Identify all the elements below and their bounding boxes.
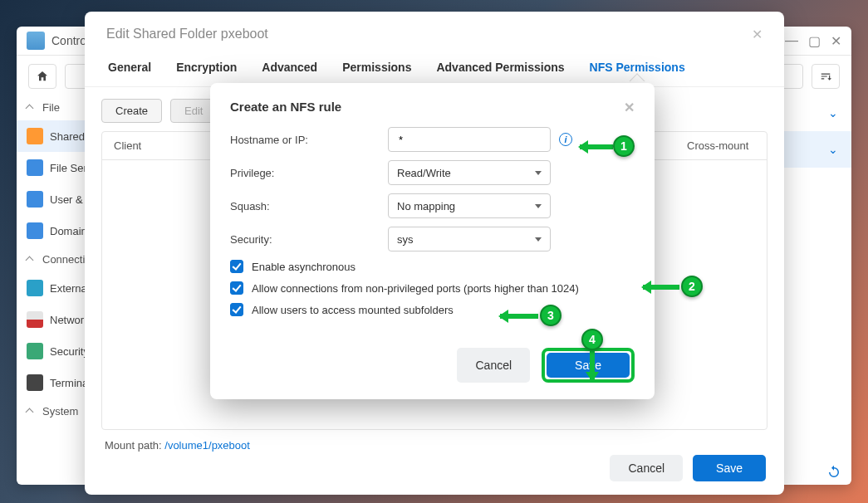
- tab-bar: General Encryption Advanced Permissions …: [85, 49, 784, 86]
- link-icon: [27, 280, 43, 296]
- subfolders-label: Allow users to access mounted subfolders: [252, 304, 454, 316]
- maximize-icon[interactable]: ▢: [808, 33, 821, 49]
- column-cross-mount[interactable]: Cross-mount: [675, 132, 767, 159]
- tab-general[interactable]: General: [106, 52, 153, 85]
- app-icon: [27, 32, 45, 50]
- refresh-button[interactable]: [826, 465, 841, 480]
- close-icon[interactable]: ✕: [752, 27, 763, 42]
- cancel-button[interactable]: Cancel: [610, 455, 683, 481]
- terminal-icon: [27, 374, 43, 391]
- dialog-footer: Cancel Save: [230, 348, 635, 383]
- sidebar-item-file-services[interactable]: File Services: [17, 152, 96, 183]
- sidebar-section-file[interactable]: File: [17, 95, 96, 120]
- users-icon: [27, 191, 43, 208]
- chevron-down-icon: ⌄: [828, 106, 838, 120]
- sort-button[interactable]: [812, 64, 840, 89]
- shield-icon: [27, 343, 43, 359]
- network-icon: [27, 311, 43, 328]
- tab-advanced[interactable]: Advanced: [260, 52, 319, 85]
- subfolders-checkbox-row[interactable]: Allow users to access mounted subfolders: [230, 303, 635, 316]
- mount-path-label: Mount path: /volume1/pxeboot: [105, 439, 250, 452]
- sidebar: File Shared Folder File Services User & …: [17, 95, 96, 485]
- tab-nfs-permissions[interactable]: NFS Permissions: [588, 52, 687, 85]
- dialog-footer: Cancel Save: [610, 455, 766, 481]
- chevron-up-icon: [27, 253, 36, 266]
- tab-permissions[interactable]: Permissions: [341, 52, 413, 85]
- chevron-down-icon: [535, 171, 542, 175]
- hostname-label: Hostname or IP:: [230, 134, 388, 146]
- dialog-title: Edit Shared Folder pxeboot ✕: [85, 12, 784, 49]
- window-controls[interactable]: — ▢ ✕: [785, 33, 841, 49]
- dialog-title: Create an NFS rule ✕: [230, 100, 635, 115]
- security-label: Security:: [230, 233, 388, 246]
- info-icon[interactable]: i: [559, 133, 572, 146]
- annotation-4: 4: [581, 329, 603, 350]
- arrow-icon: [643, 285, 679, 290]
- minimize-icon[interactable]: —: [785, 33, 798, 49]
- arrow-icon: [500, 314, 538, 319]
- chevron-up-icon: [27, 101, 36, 114]
- squash-row: Squash: No mapping: [230, 193, 635, 218]
- hostname-field[interactable]: [397, 133, 542, 147]
- close-icon[interactable]: ✕: [831, 33, 841, 49]
- annotation-3: 3: [540, 305, 562, 326]
- sidebar-section-connectivity[interactable]: Connectivity: [17, 247, 96, 272]
- arrow-icon: [580, 144, 613, 149]
- tab-encryption[interactable]: Encryption: [174, 52, 238, 85]
- home-button[interactable]: [28, 64, 56, 89]
- nonpriv-checkbox-row[interactable]: Allow connections from non-privileged po…: [230, 281, 635, 295]
- sidebar-section-system[interactable]: System: [17, 398, 96, 424]
- annotation-1: 1: [613, 135, 635, 157]
- privilege-select[interactable]: Read/Write: [388, 160, 551, 185]
- hostname-input[interactable]: [388, 127, 551, 152]
- squash-select[interactable]: No mapping: [388, 193, 551, 218]
- sidebar-item-terminal[interactable]: Terminal & SNMP: [17, 367, 96, 398]
- chevron-down-icon: [535, 204, 542, 208]
- services-icon: [27, 159, 43, 176]
- checkbox-checked-icon[interactable]: [230, 260, 243, 273]
- security-select[interactable]: sys: [388, 227, 551, 252]
- nonpriv-label: Allow connections from non-privileged po…: [252, 282, 579, 295]
- annotation-2: 2: [681, 276, 703, 297]
- sidebar-item-network[interactable]: Network: [17, 304, 96, 335]
- chevron-down-icon: [535, 237, 542, 242]
- tab-advanced-permissions[interactable]: Advanced Permissions: [434, 52, 566, 85]
- chevron-up-icon: [27, 405, 36, 418]
- async-label: Enable asynchronous: [252, 261, 356, 273]
- async-checkbox-row[interactable]: Enable asynchronous: [230, 260, 635, 273]
- create-button[interactable]: Create: [101, 99, 162, 123]
- privilege-row: Privilege: Read/Write: [230, 160, 635, 185]
- save-button[interactable]: Save: [693, 455, 766, 481]
- domain-icon: [27, 222, 43, 239]
- sidebar-item-domain[interactable]: Domain/LDAP: [17, 215, 96, 247]
- sidebar-item-security[interactable]: Security: [17, 335, 96, 367]
- cancel-button[interactable]: Cancel: [457, 348, 530, 383]
- close-icon[interactable]: ✕: [624, 100, 635, 115]
- mount-path-value: /volume1/pxeboot: [164, 439, 250, 452]
- sidebar-item-user-group[interactable]: User & Group: [17, 183, 96, 215]
- create-nfs-rule-dialog: Create an NFS rule ✕ Hostname or IP: i P…: [210, 83, 655, 399]
- checkbox-checked-icon[interactable]: [230, 303, 243, 316]
- checkbox-checked-icon[interactable]: [230, 281, 243, 295]
- chevron-down-icon: ⌄: [828, 143, 838, 156]
- folder-icon: [27, 128, 43, 144]
- sidebar-item-shared-folder[interactable]: Shared Folder: [17, 120, 96, 152]
- arrow-icon: [590, 350, 595, 380]
- security-row: Security: sys: [230, 227, 635, 252]
- privilege-label: Privilege:: [230, 167, 388, 179]
- sidebar-item-external-access[interactable]: External Access: [17, 272, 96, 304]
- squash-label: Squash:: [230, 200, 388, 212]
